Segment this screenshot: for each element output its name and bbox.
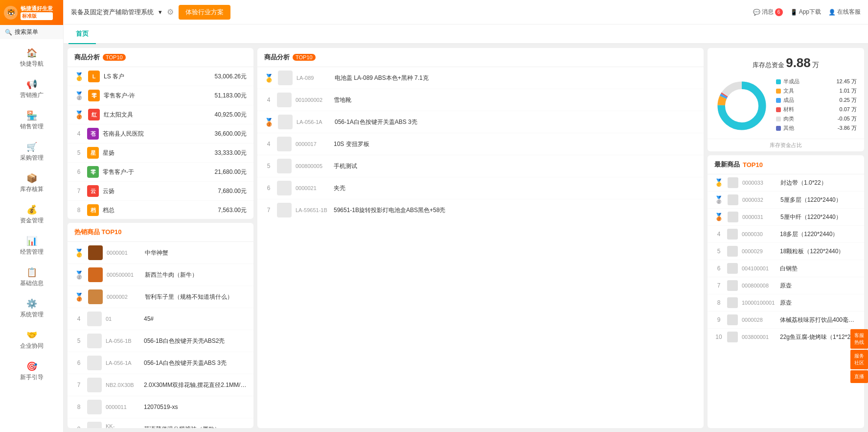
- app-edition: 标准版: [21, 12, 53, 20]
- base-info-icon: 📋: [26, 267, 37, 278]
- float-service: 客服热线 服务社区 直播: [850, 329, 868, 383]
- mid-code-2: 001000002: [296, 97, 330, 103]
- hot-name-4: 45#: [144, 315, 247, 322]
- donut-svg: [715, 79, 769, 133]
- legend-dot-1: [776, 89, 781, 94]
- inventory-unit: 万: [812, 61, 819, 69]
- sidebar-item-label: 销售管理: [20, 122, 44, 131]
- sidebar-item-label: 库存核算: [20, 185, 44, 193]
- sidebar-item-system[interactable]: ⚙️ 系统管理: [2, 293, 61, 324]
- sidebar-item-marketing[interactable]: 📢 营销推广: [2, 74, 61, 104]
- rank-name-8: 档总: [103, 206, 214, 215]
- quick-nav-icon: 🏠: [26, 48, 37, 58]
- hot-code-6: LA-056-1A: [106, 360, 140, 366]
- customer-service-button[interactable]: 客服热线: [850, 329, 868, 349]
- legend-dot-3: [776, 107, 781, 112]
- newest-thumb-7: [727, 280, 738, 291]
- hot-rank-num-4: 4: [74, 315, 83, 322]
- newest-name-9: 体械荔枝味苏打饮品400毫升（1*15）: [780, 316, 857, 324]
- mid-rank-medal-1: 🥇: [264, 73, 274, 83]
- tab-home[interactable]: 首页: [69, 24, 96, 44]
- hot-product-item: 8 0000011 12070519-xs: [68, 396, 253, 418]
- dropdown-arrow-icon[interactable]: ▾: [159, 8, 162, 16]
- rank-amount-3: 40,925.00元: [215, 111, 247, 119]
- legend-value-1: 1.01 万: [840, 87, 857, 95]
- rank-item: 4 苍 苍南县人民医院 36,600.00元: [68, 124, 253, 144]
- hot-rank-medal-2: 🥈: [74, 270, 84, 280]
- sidebar-item-inventory[interactable]: 📦 库存核算: [2, 168, 61, 198]
- system-title: 装备及固定资产辅助管理系统: [71, 8, 154, 17]
- hot-product-item: 🥈 000500001 新西兰牛肉（新牛）: [68, 264, 253, 286]
- online-service-button[interactable]: 👤 在线客服: [828, 8, 861, 16]
- sidebar-item-base-info[interactable]: 📋 基础信息: [2, 262, 61, 292]
- sidebar-item-guide[interactable]: 🎯 新手引导: [2, 356, 61, 386]
- hot-product-item: 4 01 45#: [68, 308, 253, 330]
- sidebar-item-finance[interactable]: 💰 资金管理: [2, 199, 61, 230]
- legend-item-0: 半成品 12.45 万: [776, 78, 857, 85]
- newest-item: 5 0000029 18颗粒板（1220*2440）: [708, 243, 864, 260]
- newest-products-header: 最新商品 TOP10: [708, 155, 864, 174]
- message-button[interactable]: 💬 消息 6: [753, 8, 783, 16]
- mid-code-7: LA-59651-1B: [296, 207, 330, 213]
- sidebar-item-quick-nav[interactable]: 🏠 快捷导航: [2, 43, 61, 73]
- product-item: 7 LA-59651-1B 59651-1B旋转投影灯电池盒ABS黑色+58壳: [257, 199, 704, 221]
- hot-products-title: 热销商品 TOP10: [74, 228, 122, 237]
- newest-medal-2: 🥈: [714, 195, 724, 204]
- customer-ranking-card: 商品分析 TOP10 🥇 L LS 客户 53,006.26元 🥈 零 零售客户…: [68, 48, 253, 219]
- hot-product-item: 6 LA-056-1A 056-1A白色按键开关盖ABS 3壳: [68, 352, 253, 374]
- mid-name-1: 电池盖 LA-089 ABS本色+黑种 7.1克: [335, 74, 697, 82]
- sales-icon: 🏪: [26, 110, 37, 121]
- mid-name-4: 10S 变扭罗板: [334, 140, 697, 148]
- product-thumb-8: [87, 400, 102, 414]
- trial-button[interactable]: 体验行业方案: [179, 5, 230, 20]
- newest-rank-6: 6: [714, 265, 723, 272]
- logo-icon: 🐯: [4, 6, 18, 20]
- app-download-label: App下载: [799, 8, 821, 16]
- sidebar-item-label: 系统管理: [20, 311, 44, 319]
- sidebar-item-operations[interactable]: 📊 经营管理: [2, 231, 61, 261]
- hot-code-9: KK-SD22110H: [106, 423, 140, 428]
- legend-label-4: 肉类: [783, 115, 835, 122]
- mid-rank-num-7: 7: [264, 207, 273, 214]
- sidebar-item-label: 采购管理: [20, 154, 44, 162]
- legend-dot-5: [776, 126, 781, 131]
- settings-icon[interactable]: ⚙: [167, 7, 174, 17]
- newest-rank-10: 10: [714, 334, 723, 340]
- legend-value-0: 12.45 万: [836, 78, 857, 85]
- mid-code-5: 000800005: [296, 163, 330, 169]
- hot-rank-num-7: 7: [74, 382, 83, 388]
- sidebar-item-sales[interactable]: 🏪 销售管理: [2, 105, 61, 136]
- hot-name-1: 中华神蟹: [145, 249, 247, 257]
- hot-product-item: 9 KK-SD22110H 花语萌值温分腿裤袜（厚款）: [68, 418, 253, 428]
- newest-item: 6 004100001 白钢垫: [708, 260, 864, 277]
- hot-rank-medal-1: 🥇: [74, 248, 84, 258]
- rank-avatar-8: 档: [87, 204, 99, 216]
- hot-code-3: 0000002: [107, 294, 141, 300]
- sidebar-item-purchase[interactable]: 🛒 采购管理: [2, 137, 61, 167]
- message-icon: 💬: [753, 9, 760, 16]
- sidebar-item-cooperation[interactable]: 🤝 企业协同: [2, 325, 61, 355]
- service-community-button[interactable]: 服务社区: [850, 350, 868, 369]
- newest-name-8: 原壶: [780, 299, 857, 307]
- sidebar-item-label: 新手引导: [20, 373, 44, 382]
- middle-panel: 商品分析 TOP10 🥇 LA-089 电池盖 LA-089 ABS本色+黑种 …: [257, 48, 704, 428]
- hot-name-8: 12070519-xs: [144, 404, 247, 410]
- rank-name-7: 云扬: [103, 187, 214, 195]
- newest-thumb-10: [727, 332, 738, 342]
- sidebar-item-label: 企业协同: [20, 342, 44, 350]
- app-download-button[interactable]: 📱 App下载: [790, 8, 821, 16]
- newest-rank-4: 4: [714, 231, 723, 238]
- hot-code-1: 0000001: [107, 250, 141, 256]
- rank-name-1: LS 客户: [104, 72, 211, 81]
- mid-code-1: LA-089: [297, 75, 331, 81]
- middle-product-header: 商品分析 TOP10: [257, 48, 704, 67]
- direct-button[interactable]: 直播: [850, 370, 868, 383]
- inventory-card: 库存总资金 9.88 万: [708, 48, 864, 151]
- newest-code-1: 0000033: [742, 180, 777, 186]
- search-menu-button[interactable]: 🔍 搜索菜单: [0, 25, 63, 39]
- mid-name-2: 雪地靴: [334, 96, 697, 104]
- rank-avatar-3: 红: [88, 109, 100, 120]
- guide-icon: 🎯: [26, 361, 37, 372]
- newest-name-7: 原壶: [780, 282, 857, 290]
- newest-item: 8 10000100001 原壶: [708, 294, 864, 312]
